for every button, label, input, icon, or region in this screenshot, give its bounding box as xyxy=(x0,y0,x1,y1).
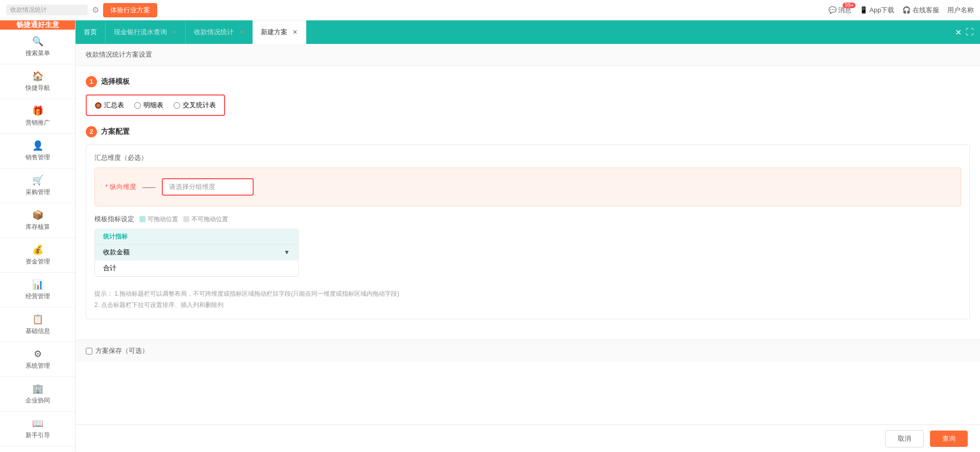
form-container: 1 选择模板 汇总表 明细表 xyxy=(76,66,980,340)
sidebar: 畅捷通好生意 🔍 搜索菜单 🏠 快捷导航 🎁 营销推广 👤 销售管理 🛒 采购管… xyxy=(0,20,76,452)
sidebar-item-basic-info[interactable]: 📋 基础信息 xyxy=(0,307,75,342)
tab-collection-stat-close[interactable]: ✕ xyxy=(239,29,244,36)
sidebar-item-purchase[interactable]: 🛒 采购管理 xyxy=(0,169,75,203)
step1-header: 1 选择模板 xyxy=(86,76,970,87)
radio-detail-input[interactable] xyxy=(134,102,141,109)
system-icon: ⚙ xyxy=(34,348,42,360)
dimension-label: 汇总维度（必选） xyxy=(94,153,961,162)
sidebar-item-finance[interactable]: 💰 资金管理 xyxy=(0,238,75,273)
address-bar[interactable]: 收款情况统计 xyxy=(6,5,88,15)
indicator-row-total: 合计 xyxy=(95,260,298,276)
tip-2: 2. 点击标题栏下拉可设置排序、插入列和删除列 xyxy=(94,300,961,311)
inventory-icon: 📦 xyxy=(32,209,43,221)
notification-badge: 99+ xyxy=(843,3,855,8)
finance-icon: 💰 xyxy=(32,244,43,255)
purchase-icon: 🛒 xyxy=(32,175,43,186)
step1-section: 1 选择模板 汇总表 明细表 xyxy=(86,76,970,116)
tab-bar-right: ✕ ⛶ xyxy=(955,20,980,44)
indicator-row-amount[interactable]: 收款金额 ▼ xyxy=(95,245,298,260)
search-menu-icon: 🔍 xyxy=(32,36,43,47)
query-button[interactable]: 查询 xyxy=(930,431,968,447)
config-section: 汇总维度（必选） * 纵向维度 —— 请选择分组维度 xyxy=(86,145,970,319)
top-bar-left: 收款情况统计 ⚙ 体验行业方案 xyxy=(6,3,157,17)
sidebar-item-guide[interactable]: 📖 新手引导 xyxy=(0,412,75,446)
tab-new-plan[interactable]: 新建方案 ✕ xyxy=(253,20,306,44)
user-info[interactable]: 用户名称 xyxy=(947,6,974,15)
tab-new-plan-close[interactable]: ✕ xyxy=(292,29,298,36)
step1-title: 选择模板 xyxy=(101,77,130,86)
save-plan-checkbox-label[interactable]: 方案保存（可选） xyxy=(86,346,149,355)
sidebar-item-inventory[interactable]: 📦 库存核算 xyxy=(0,203,75,238)
marketing-icon: 🎁 xyxy=(32,105,43,116)
sidebar-logo: 畅捷通好生意 xyxy=(0,20,75,30)
gear-icon[interactable]: ⚙ xyxy=(92,5,99,15)
step2-circle: 2 xyxy=(86,126,97,137)
step2-section: 2 方案配置 汇总维度（必选） * 纵向维度 —— xyxy=(86,126,970,319)
tab-expand-icon[interactable]: ⛶ xyxy=(966,28,974,37)
download-icon: 📱 xyxy=(860,6,868,14)
legend-fixed: 不可拖动位置 xyxy=(183,215,228,224)
radio-summary-input[interactable] xyxy=(95,102,102,109)
tab-close-all-icon[interactable]: ✕ xyxy=(955,28,962,37)
page-content: 收款情况统计方案设置 1 选择模板 汇总 xyxy=(76,44,980,424)
enterprise-icon: 🏢 xyxy=(32,383,43,394)
top-bar: 收款情况统计 ⚙ 体验行业方案 💬 消息 99+ 📱 App下载 🎧 在线客服 … xyxy=(0,0,980,20)
indicator-section: 模板指标设定 可拖动位置 不可拖动位置 xyxy=(94,215,961,278)
indicator-table: 统计指标 收款金额 ▼ 合计 xyxy=(94,229,299,277)
vertical-dim-select[interactable]: 请选择分组维度 xyxy=(162,178,254,196)
action-bar: 取消 查询 xyxy=(76,424,980,452)
dimension-arrow: —— xyxy=(142,183,156,191)
dimension-row: * 纵向维度 —— 请选择分组维度 xyxy=(105,178,950,196)
sidebar-item-operations[interactable]: 📊 经营管理 xyxy=(0,273,75,307)
app-download-link[interactable]: 📱 App下载 xyxy=(860,6,894,15)
radio-cross-input[interactable] xyxy=(174,102,180,109)
save-plan-checkbox[interactable] xyxy=(86,348,92,354)
quick-nav-icon: 🏠 xyxy=(32,70,43,82)
message-icon: 💬 xyxy=(828,6,837,14)
content-area: 首页 现金银行流水查询 ✕ 收款情况统计 ✕ 新建方案 ✕ ✕ ⛶ 收款情况统计… xyxy=(76,20,980,452)
step2-header: 2 方案配置 xyxy=(86,126,970,137)
sidebar-item-smart-hw[interactable]: 🖥 智能硬件 xyxy=(0,446,75,452)
dimension-area: * 纵向维度 —— 请选择分组维度 xyxy=(94,168,961,206)
trial-button[interactable]: 体验行业方案 xyxy=(103,3,157,17)
amount-dropdown-icon[interactable]: ▼ xyxy=(284,249,290,256)
legend-movable: 可拖动位置 xyxy=(139,215,178,224)
tab-collection-stat[interactable]: 收款情况统计 ✕ xyxy=(186,20,253,44)
sidebar-item-marketing[interactable]: 🎁 营销推广 xyxy=(0,99,75,134)
indicator-label-row: 模板指标设定 可拖动位置 不可拖动位置 xyxy=(94,215,961,224)
indicator-table-header: 统计指标 xyxy=(95,229,298,245)
radio-detail[interactable]: 明细表 xyxy=(134,101,163,110)
tab-bank-flow[interactable]: 现金银行流水查询 ✕ xyxy=(106,20,186,44)
fixed-legend-dot xyxy=(183,216,189,222)
online-support-link[interactable]: 🎧 在线客服 xyxy=(902,6,939,15)
movable-legend-dot xyxy=(139,216,145,222)
sidebar-item-enterprise[interactable]: 🏢 企业协同 xyxy=(0,377,75,412)
cancel-button[interactable]: 取消 xyxy=(885,430,924,447)
sales-icon: 👤 xyxy=(32,140,43,151)
step1-circle: 1 xyxy=(86,76,97,87)
tip-1: 提示： 1.拖动标题栏可以调整布局，不可跨维度或指标区域拖动栏目字段(只能在同一… xyxy=(94,289,961,300)
vertical-dim-label: * 纵向维度 xyxy=(105,182,136,192)
basic-info-icon: 📋 xyxy=(32,314,43,325)
main-layout: 畅捷通好生意 🔍 搜索菜单 🏠 快捷导航 🎁 营销推广 👤 销售管理 🛒 采购管… xyxy=(0,20,980,452)
sidebar-item-quick-nav[interactable]: 🏠 快捷导航 xyxy=(0,64,75,99)
sidebar-item-system[interactable]: ⚙ 系统管理 xyxy=(0,342,75,377)
template-radio-group: 汇总表 明细表 交叉统计表 xyxy=(95,101,216,110)
operations-icon: 📊 xyxy=(32,279,43,290)
sidebar-item-sales[interactable]: 👤 销售管理 xyxy=(0,134,75,169)
support-icon: 🎧 xyxy=(902,6,911,14)
radio-cross[interactable]: 交叉统计表 xyxy=(174,101,216,110)
step2-title: 方案配置 xyxy=(101,127,130,136)
tab-bank-flow-close[interactable]: ✕ xyxy=(172,29,177,36)
notification-area[interactable]: 💬 消息 99+ xyxy=(828,6,852,15)
top-bar-right: 💬 消息 99+ 📱 App下载 🎧 在线客服 用户名称 xyxy=(828,6,974,15)
sidebar-item-search-menu[interactable]: 🔍 搜索菜单 xyxy=(0,30,75,64)
template-selection-box: 汇总表 明细表 交叉统计表 xyxy=(86,94,225,116)
tab-bar: 首页 现金银行流水查询 ✕ 收款情况统计 ✕ 新建方案 ✕ ✕ ⛶ xyxy=(76,20,980,44)
tips-section: 提示： 1.拖动标题栏可以调整布局，不可跨维度或指标区域拖动栏目字段(只能在同一… xyxy=(94,289,961,311)
page-footer: 方案保存（可选） xyxy=(76,340,980,362)
guide-icon: 📖 xyxy=(32,418,43,429)
radio-summary[interactable]: 汇总表 xyxy=(95,101,124,110)
tab-home[interactable]: 首页 xyxy=(76,20,106,44)
page-header: 收款情况统计方案设置 xyxy=(76,44,980,66)
